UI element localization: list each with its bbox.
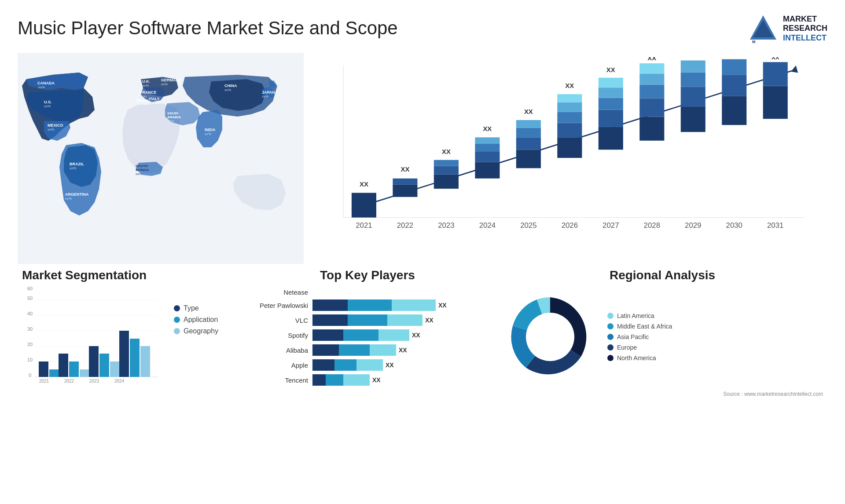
- svg-text:2023: 2023: [89, 379, 99, 383]
- legend-application: Application: [174, 316, 218, 324]
- svg-text:CHINA: CHINA: [224, 84, 237, 88]
- player-alibaba: Alibaba XX: [251, 344, 484, 356]
- player-name-peterpaw: Peter Pawlowski: [251, 302, 308, 309]
- legend-dot-type: [174, 305, 180, 311]
- players-title: Top Key Players: [251, 268, 484, 282]
- legend-dot-europe: [607, 344, 614, 351]
- svg-rect-42: [393, 185, 417, 197]
- svg-text:MEXICO: MEXICO: [48, 123, 63, 128]
- svg-text:2024: 2024: [479, 221, 496, 230]
- svg-text:xx%: xx%: [161, 82, 168, 86]
- svg-text:50: 50: [27, 296, 33, 301]
- svg-text:2030: 2030: [726, 221, 742, 230]
- player-bar-chart-spotify: [312, 329, 409, 341]
- svg-text:GERMANY: GERMANY: [161, 78, 181, 82]
- svg-rect-71: [639, 117, 664, 141]
- svg-text:ARABIA: ARABIA: [167, 115, 181, 119]
- legend-type: Type: [174, 304, 218, 312]
- svg-rect-63: [557, 94, 582, 102]
- donut-chart: [502, 289, 599, 385]
- svg-text:xx%: xx%: [205, 132, 211, 136]
- svg-text:XX: XX: [483, 125, 492, 132]
- svg-text:2022: 2022: [397, 221, 413, 230]
- svg-rect-47: [434, 160, 459, 166]
- svg-rect-60: [557, 123, 582, 138]
- player-value-tencent: XX: [372, 376, 381, 383]
- player-bar-chart-vlc: [312, 314, 422, 326]
- svg-text:xx%: xx%: [136, 103, 143, 107]
- svg-text:xx%: xx%: [65, 197, 72, 201]
- legend-latin-america: Latin America: [607, 312, 672, 319]
- bar-chart-section: XX XX XX XX: [308, 53, 827, 264]
- svg-text:2023: 2023: [438, 221, 454, 230]
- player-name-tencent: Tencent: [251, 376, 308, 384]
- svg-text:2024: 2024: [114, 379, 125, 383]
- svg-rect-113: [39, 362, 48, 377]
- svg-point-128: [526, 313, 574, 361]
- svg-rect-74: [639, 73, 664, 84]
- segmentation-chart: 0 10 20 30 40 50 60: [22, 287, 163, 388]
- legend-label-na: North America: [617, 354, 656, 362]
- svg-rect-83: [722, 75, 746, 96]
- svg-text:XX: XX: [400, 165, 409, 173]
- player-value-apple: XX: [386, 362, 394, 369]
- svg-rect-80: [681, 60, 705, 72]
- player-name-alibaba: Alibaba: [251, 347, 308, 354]
- svg-rect-73: [639, 85, 664, 99]
- svg-rect-56: [516, 128, 541, 138]
- svg-text:SPAIN: SPAIN: [136, 99, 148, 103]
- legend-type-label: Type: [184, 304, 199, 312]
- svg-text:xx%: xx%: [44, 104, 51, 108]
- logo-market: MARKET: [783, 15, 827, 24]
- svg-rect-55: [516, 137, 541, 150]
- svg-rect-117: [80, 369, 89, 377]
- regional-section: Regional Analysis: [497, 268, 827, 398]
- legend-dot-latin: [607, 313, 614, 319]
- svg-text:ARGENTINA: ARGENTINA: [65, 192, 89, 197]
- legend-label-europe: Europe: [617, 344, 637, 351]
- player-bar-chart-alibaba: [312, 344, 396, 356]
- svg-text:xx%: xx%: [140, 95, 147, 99]
- svg-rect-59: [557, 137, 582, 158]
- player-spotify: Spotify XX: [251, 329, 484, 341]
- segmentation-section: Market Segmentation 0 10 20 30 40 50 60: [18, 268, 238, 390]
- svg-rect-122: [130, 339, 140, 377]
- svg-text:xx%: xx%: [142, 84, 149, 88]
- player-value-spotify: XX: [412, 332, 420, 339]
- svg-text:xx%: xx%: [70, 166, 76, 170]
- svg-text:2025: 2025: [520, 221, 536, 230]
- header: Music Player Software Market Size and Sc…: [18, 13, 827, 44]
- svg-text:2031: 2031: [767, 221, 783, 230]
- player-bar-spotify: XX: [312, 329, 484, 341]
- player-apple: Apple XX: [251, 359, 484, 371]
- svg-rect-43: [393, 179, 417, 185]
- svg-text:CANADA: CANADA: [37, 81, 55, 85]
- svg-rect-62: [557, 102, 582, 112]
- svg-text:xx%: xx%: [262, 95, 268, 99]
- svg-rect-69: [599, 78, 623, 88]
- svg-text:2027: 2027: [603, 221, 619, 230]
- player-vlc: VLC XX: [251, 314, 484, 326]
- svg-text:2022: 2022: [64, 379, 74, 383]
- svg-text:0: 0: [29, 373, 31, 378]
- legend-dot-apac: [607, 334, 614, 340]
- player-bar-alibaba: XX: [312, 344, 484, 356]
- svg-text:2029: 2029: [685, 221, 701, 230]
- regional-content: Latin America Middle East & Africa Asia …: [502, 289, 823, 385]
- player-bar-tencent: XX: [312, 374, 484, 386]
- key-players-section: Top Key Players Netease Peter Pawlowski: [246, 268, 489, 389]
- svg-text:2028: 2028: [644, 221, 660, 230]
- svg-text:XX: XX: [606, 66, 615, 73]
- svg-rect-65: [599, 127, 623, 150]
- svg-text:20: 20: [27, 342, 33, 347]
- svg-rect-61: [557, 112, 582, 123]
- svg-text:FRANCE: FRANCE: [140, 90, 157, 95]
- logo-text: MARKET RESEARCH INTELLECT: [783, 15, 827, 43]
- player-value-peterpaw: XX: [438, 302, 447, 309]
- svg-marker-39: [791, 66, 798, 73]
- player-name-apple: Apple: [251, 362, 308, 369]
- svg-rect-51: [475, 143, 500, 152]
- svg-text:XX: XX: [524, 108, 533, 115]
- svg-rect-114: [49, 369, 59, 377]
- player-value-vlc: XX: [425, 317, 434, 324]
